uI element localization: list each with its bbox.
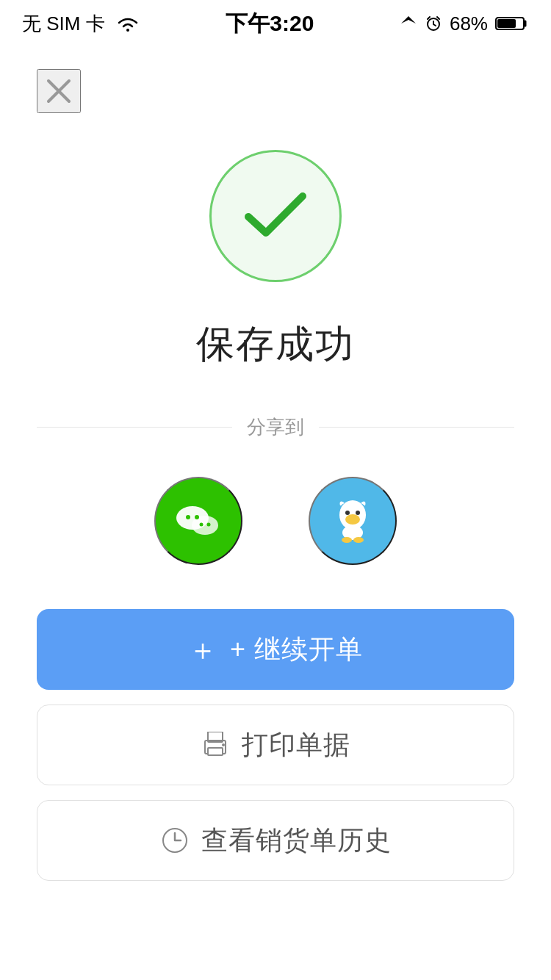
wechat-share-button[interactable] [154, 477, 242, 565]
main-content: 保存成功 分享到 [0, 47, 551, 925]
qq-icon [326, 494, 379, 547]
svg-point-13 [345, 514, 360, 525]
battery-icon [495, 15, 529, 32]
svg-rect-2 [497, 19, 516, 28]
svg-point-15 [356, 511, 360, 515]
battery-percent: 68% [450, 12, 488, 35]
history-icon [160, 826, 190, 855]
svg-point-7 [186, 515, 190, 519]
wifi-icon [115, 14, 140, 33]
share-divider: 分享到 [37, 414, 514, 440]
success-title: 保存成功 [196, 319, 355, 370]
action-buttons: ＋ + 继续开单 打印单据 查看销货单历史 [37, 609, 514, 881]
status-time: 下午3:20 [226, 9, 314, 39]
svg-point-9 [200, 523, 204, 527]
share-icons-row [37, 477, 514, 565]
checkmark-icon [242, 190, 309, 242]
success-indicator [209, 150, 342, 282]
svg-point-10 [207, 523, 211, 527]
print-button[interactable]: 打印单据 [37, 705, 514, 785]
svg-point-21 [222, 743, 225, 746]
svg-point-16 [342, 537, 352, 543]
status-right: 68% [400, 12, 529, 35]
share-label: 分享到 [247, 414, 304, 440]
print-icon [201, 732, 230, 758]
svg-point-17 [353, 537, 364, 543]
svg-rect-20 [208, 748, 223, 755]
status-left: 无 SIM 卡 [22, 11, 140, 37]
no-sim-label: 无 SIM 卡 [22, 11, 105, 37]
svg-point-14 [345, 511, 350, 515]
divider-right [319, 427, 514, 428]
history-label: 查看销货单历史 [201, 823, 392, 859]
share-section: 分享到 [37, 414, 514, 565]
wechat-icon [172, 494, 225, 547]
plus-icon: ＋ [188, 630, 218, 670]
divider-left [37, 427, 232, 428]
close-icon [44, 76, 73, 106]
print-label: 打印单据 [242, 727, 350, 763]
svg-point-8 [195, 515, 199, 519]
close-button[interactable] [37, 69, 81, 113]
history-button[interactable]: 查看销货单历史 [37, 800, 514, 881]
qq-share-button[interactable] [309, 477, 397, 565]
alarm-icon [425, 15, 442, 32]
status-bar: 无 SIM 卡 下午3:20 68% [0, 0, 551, 47]
continue-button[interactable]: ＋ + 继续开单 [37, 609, 514, 690]
location-icon [400, 15, 417, 32]
continue-label: + 继续开单 [230, 632, 363, 668]
